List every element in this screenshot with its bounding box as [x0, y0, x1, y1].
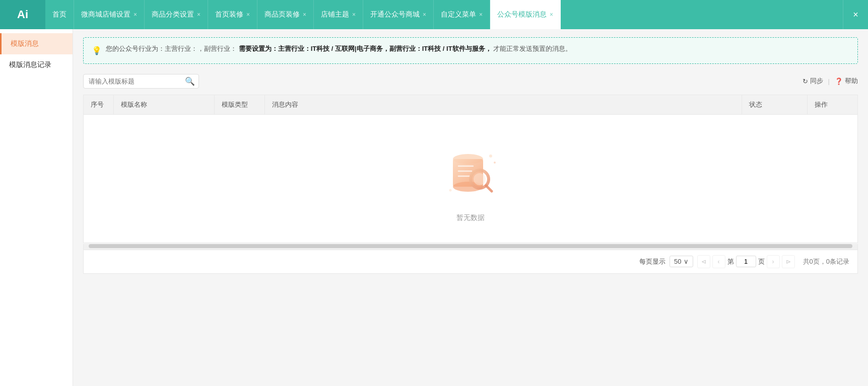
horizontal-scrollbar[interactable]: [83, 244, 858, 250]
svg-point-10: [494, 162, 496, 164]
content-area: 💡 您的公众号行业为：主营行业：，副营行业： 需要设置为：主营行业：IT科技 /…: [73, 29, 868, 386]
col-header-type: 模版类型: [215, 95, 265, 114]
help-button[interactable]: ❓ 帮助: [835, 76, 858, 86]
tab-shop-theme[interactable]: 店铺主题 ×: [314, 0, 363, 29]
per-page-value: 50: [674, 258, 681, 265]
svg-point-9: [489, 155, 492, 158]
last-page-button[interactable]: ⊳: [782, 255, 795, 268]
pagination-navigation: ⊲ ‹ 第 页 › ⊳: [697, 255, 795, 268]
data-table: 序号 模版名称 模版类型 消息内容 状态 操作: [83, 95, 858, 243]
notice-icon: 💡: [92, 44, 102, 57]
page-label-after: 页: [758, 257, 765, 266]
empty-state: 暂无数据: [84, 115, 857, 243]
chevron-down-icon: ∨: [684, 258, 689, 265]
empty-state-row: 暂无数据: [84, 114, 858, 243]
search-bar: 🔍 ↻ 同步 | ❓ 帮助: [83, 74, 858, 89]
help-label: 帮助: [845, 76, 858, 86]
page-number-input[interactable]: [736, 256, 756, 267]
search-icon[interactable]: 🔍: [185, 76, 195, 86]
total-info: 共0页，0条记录: [803, 257, 849, 266]
col-header-index: 序号: [84, 95, 114, 114]
close-tab-template-msg[interactable]: ×: [550, 11, 553, 18]
app-logo: Ai: [0, 0, 45, 29]
sync-button[interactable]: ↻ 同步: [803, 76, 823, 86]
prev-page-button[interactable]: ‹: [712, 255, 725, 268]
col-header-action: 操作: [808, 95, 858, 114]
tab-home-decoration[interactable]: 首页装修 ×: [208, 0, 257, 29]
global-close-button[interactable]: ×: [843, 0, 868, 29]
tab-open-mall[interactable]: 开通公众号商城 ×: [363, 0, 434, 29]
tab-product-decoration[interactable]: 商品页装修 ×: [257, 0, 314, 29]
main-layout: 模版消息 模版消息记录 💡 您的公众号行业为：主营行业：，副营行业： 需要设置为…: [0, 29, 868, 386]
notice-highlight: 需要设置为：主营行业：IT科技 / 互联网|电子商务，副营行业：IT科技 / I…: [239, 45, 492, 52]
scrollbar-thumb[interactable]: [89, 244, 852, 248]
page-label-before: 第: [727, 257, 734, 266]
col-header-name: 模版名称: [114, 95, 215, 114]
svg-point-11: [449, 189, 452, 191]
close-tab-product-decoration[interactable]: ×: [303, 11, 306, 18]
empty-state-icon: [440, 145, 501, 205]
tab-shop-settings[interactable]: 微商城店铺设置 ×: [74, 0, 145, 29]
sidebar-item-template-message[interactable]: 模版消息: [0, 33, 73, 54]
notice-suffix: 才能正常发送预置的消息。: [493, 45, 572, 52]
tab-custom-menu[interactable]: 自定义菜单 ×: [434, 0, 490, 29]
col-header-content: 消息内容: [265, 95, 742, 114]
top-navigation: Ai 首页 微商城店铺设置 × 商品分类设置 × 首页装修 × 商品页装修 × …: [0, 0, 868, 29]
sync-label: 同步: [810, 76, 823, 86]
first-page-button[interactable]: ⊲: [697, 255, 710, 268]
svg-point-7: [474, 173, 486, 185]
close-tab-custom-menu[interactable]: ×: [479, 11, 483, 18]
tab-template-msg[interactable]: 公众号模版消息 ×: [490, 0, 561, 29]
notice-prefix: 您的公众号行业为：主营行业：，副营行业：: [106, 45, 237, 52]
search-bar-right: ↻ 同步 | ❓ 帮助: [803, 76, 858, 86]
table-header-row: 序号 模版名称 模版类型 消息内容 状态 操作: [84, 95, 858, 114]
empty-text: 暂无数据: [456, 213, 485, 222]
close-tab-shop-theme[interactable]: ×: [352, 11, 356, 18]
sync-icon: ↻: [803, 78, 808, 85]
close-tab-shop-settings[interactable]: ×: [133, 11, 137, 18]
page-input-wrapper: 第 页: [727, 256, 765, 267]
per-page-label: 每页显示: [639, 257, 665, 266]
per-page-select[interactable]: 50 ∨: [670, 256, 693, 267]
help-icon: ❓: [835, 78, 843, 85]
nav-tabs-container: 首页 微商城店铺设置 × 商品分类设置 × 首页装修 × 商品页装修 × 店铺主…: [45, 0, 843, 29]
notice-banner: 💡 您的公众号行业为：主营行业：，副营行业： 需要设置为：主营行业：IT科技 /…: [83, 37, 858, 64]
search-input[interactable]: [83, 74, 199, 89]
next-page-button[interactable]: ›: [767, 255, 780, 268]
sidebar-item-template-message-log[interactable]: 模版消息记录: [0, 54, 73, 75]
col-header-status: 状态: [742, 95, 808, 114]
toolbar-divider: |: [828, 78, 830, 85]
pagination-bar: 每页显示 50 ∨ ⊲ ‹ 第 页 › ⊳ 共0页，0条记录: [83, 250, 858, 274]
tab-home[interactable]: 首页: [45, 0, 74, 29]
search-input-wrapper: 🔍: [83, 74, 199, 89]
tab-category-settings[interactable]: 商品分类设置 ×: [145, 0, 208, 29]
svg-line-8: [486, 186, 492, 191]
close-tab-category-settings[interactable]: ×: [197, 11, 201, 18]
close-tab-open-mall[interactable]: ×: [423, 11, 426, 18]
sidebar: 模版消息 模版消息记录: [0, 29, 73, 386]
search-bar-left: 🔍: [83, 74, 199, 89]
close-tab-home-decoration[interactable]: ×: [246, 11, 250, 18]
